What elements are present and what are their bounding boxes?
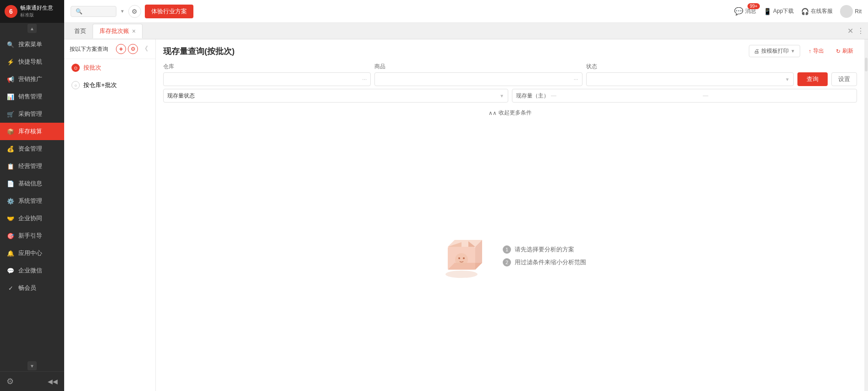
warehouse-dots[interactable]: ···: [362, 76, 367, 82]
sidebar-item-finance[interactable]: 💰 资金管理: [0, 140, 64, 157]
scroll-down-btn[interactable]: ▼: [27, 361, 37, 370]
trial-btn[interactable]: 体验行业方案: [145, 5, 193, 18]
system-icon: ⚙️: [6, 197, 15, 205]
export-btn[interactable]: ↑ 导出: [805, 45, 828, 57]
topbar-gear-btn[interactable]: ⚙: [128, 5, 141, 18]
wechat-icon: 💬: [6, 266, 15, 275]
collapse-conditions-btn[interactable]: ∧∧ 收起更多条件: [156, 105, 864, 120]
empty-tip-1: 1 请先选择要分析的方案: [503, 245, 586, 254]
topbar: 🔍 ▼ ⚙ 体验行业方案 💬 消息 99+ 📱 App下载 🎧 在线客服: [64, 0, 868, 23]
empty-illustration: [434, 228, 489, 283]
sidebar-item-inventory[interactable]: 📦 库存核算: [0, 123, 64, 140]
user-name: Rit: [855, 8, 862, 15]
scrollbar-thumb[interactable]: [865, 58, 868, 71]
basics-icon: 📄: [6, 179, 15, 188]
scroll-up-btn[interactable]: ▲: [27, 24, 37, 33]
settings-btn[interactable]: ⚙: [6, 376, 14, 386]
left-panel-header: 按以下方案查询 + ⚙ 《: [64, 39, 155, 59]
sidebar-nav: 🔍 搜索菜单 ⚡ 快捷导航 📢 营销推广 📊 销售管理 🛒 采购管理 📦 库存核…: [0, 34, 64, 360]
quantity-min-input[interactable]: [558, 92, 701, 99]
marketing-icon: 📢: [6, 75, 15, 83]
svg-point-9: [463, 257, 465, 259]
sidebar-item-appstore[interactable]: 🔔 应用中心: [0, 244, 64, 262]
sidebar-header: 6 畅康通好生意 标准版: [0, 0, 64, 23]
stock-status-select[interactable]: 现存量状态 ▼: [163, 89, 508, 103]
filter-settings-btn[interactable]: 设置: [831, 72, 857, 86]
tabs-bar: 首页 库存批次账 × ✕ ⋮: [64, 23, 868, 39]
tab-inventory-batch[interactable]: 库存批次账 ×: [93, 24, 143, 38]
status-arrow: ▼: [785, 77, 790, 82]
quantity-field: 现存量（主） — —: [512, 89, 857, 103]
appstore-icon: 🔔: [6, 249, 15, 257]
sidebar-item-purchase[interactable]: 🛒 采购管理: [0, 105, 64, 123]
sidebar-item-newbie[interactable]: 🎯 新手引导: [0, 227, 64, 244]
svg-point-7: [455, 253, 468, 266]
members-icon: ✓: [6, 284, 15, 292]
warehouse-input[interactable]: ···: [163, 72, 371, 86]
app-download-btn[interactable]: 📱 App下载: [764, 7, 794, 15]
user-avatar: [840, 5, 853, 18]
collapse-sidebar-btn[interactable]: ◀◀: [48, 378, 58, 385]
search-menu-icon: 🔍: [6, 40, 15, 49]
tip-num-2: 2: [503, 258, 511, 266]
settings-plan-btn[interactable]: ⚙: [128, 44, 138, 54]
finance-icon: 💰: [6, 145, 15, 153]
filter-section: 仓库 ··· 商品 ···: [156, 57, 864, 120]
company-name: 畅康通好生意: [20, 5, 53, 12]
operations-icon: 📋: [6, 162, 15, 170]
plan-item-by-batch[interactable]: ⊙ 按批次: [64, 59, 155, 76]
online-service-btn[interactable]: 🎧 在线客服: [801, 7, 833, 15]
messages-btn[interactable]: 💬 消息 99+: [734, 7, 756, 16]
messages-badge: 99+: [747, 3, 760, 9]
refresh-icon: ↻: [836, 48, 841, 54]
product-label: 商品: [374, 63, 582, 71]
plan-item-by-warehouse-batch[interactable]: ○ 按仓库+批次: [64, 76, 155, 94]
product-dots[interactable]: ···: [574, 76, 578, 82]
query-btn[interactable]: 查询: [797, 72, 828, 86]
panel-close-btn[interactable]: ✕: [846, 25, 855, 37]
print-btn[interactable]: 🖨 按模板打印 ▼: [749, 45, 800, 57]
sidebar-item-search[interactable]: 🔍 搜索菜单: [0, 36, 64, 53]
sidebar-item-system[interactable]: ⚙️ 系统管理: [0, 192, 64, 210]
add-plan-btn[interactable]: +: [116, 44, 126, 54]
refresh-btn[interactable]: ↻ 刷新: [832, 45, 857, 57]
stock-status-field: 现存量状态 ▼: [163, 89, 508, 103]
right-scrollbar: [864, 39, 868, 391]
topbar-left: 🔍 ▼ ⚙ 体验行业方案: [71, 5, 730, 18]
panel-expand-btn[interactable]: ⋮: [857, 27, 864, 35]
tab-home[interactable]: 首页: [68, 24, 93, 38]
tab-close-btn[interactable]: ×: [132, 28, 136, 34]
collapse-panel-btn[interactable]: 《: [140, 44, 150, 54]
range-dash: —: [551, 92, 556, 99]
inventory-icon: 📦: [6, 127, 15, 136]
status-field: 状态 ▼: [586, 63, 794, 86]
sidebar-item-enterprise[interactable]: 🤝 企业协同: [0, 210, 64, 227]
status-select[interactable]: ▼: [586, 72, 794, 86]
sidebar-item-marketing[interactable]: 📢 营销推广: [0, 71, 64, 88]
sidebar-item-operations[interactable]: 📋 经营管理: [0, 157, 64, 175]
filter-row-2: 现存量状态 ▼ 现存量（主） — —: [156, 89, 864, 105]
svg-point-0: [445, 271, 478, 278]
empty-tips: 1 请先选择要分析的方案 2 用过滤条件来缩小分析范围: [503, 245, 586, 266]
sidebar-item-wechat[interactable]: 💬 企业微信: [0, 262, 64, 279]
sidebar: 6 畅康通好生意 标准版 ▲ 🔍 搜索菜单 ⚡ 快捷导航 📢 营销推广 📊 销售…: [0, 0, 64, 391]
sidebar-item-quick-nav[interactable]: ⚡ 快捷导航: [0, 53, 64, 71]
sidebar-item-members[interactable]: ✓ 畅会员: [0, 279, 64, 297]
search-dropdown-arrow[interactable]: ▼: [120, 9, 125, 14]
enterprise-icon: 🤝: [6, 214, 15, 223]
print-dropdown-arrow[interactable]: ▼: [791, 49, 795, 54]
sidebar-footer: ⚙ ◀◀: [0, 371, 64, 391]
topbar-right: 💬 消息 99+ 📱 App下载 🎧 在线客服 Rit: [734, 5, 862, 18]
quantity-max-input[interactable]: [710, 92, 853, 99]
product-input[interactable]: ···: [374, 72, 582, 86]
warehouse-field: 仓库 ···: [163, 63, 371, 86]
edition-label: 标准版: [20, 12, 53, 18]
query-btn-container: 查询: [797, 72, 828, 86]
user-avatar-area[interactable]: Rit: [840, 5, 862, 18]
sidebar-item-sales[interactable]: 📊 销售管理: [0, 88, 64, 105]
app-logo: 6: [5, 5, 17, 18]
sidebar-item-basics[interactable]: 📄 基础信息: [0, 175, 64, 192]
warehouse-label: 仓库: [163, 63, 371, 71]
global-search[interactable]: 🔍: [71, 6, 116, 17]
panel-actions: + ⚙ 《: [116, 44, 150, 54]
